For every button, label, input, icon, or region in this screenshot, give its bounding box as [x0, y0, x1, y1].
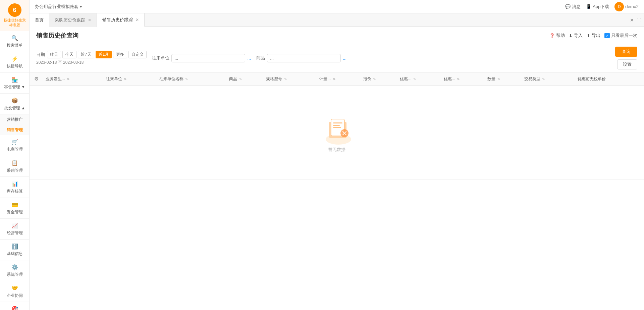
sidebar-item-search[interactable]: 🔍 搜索菜单 — [0, 31, 29, 52]
tab-sales-label: 销售历史价跟踪 — [102, 17, 133, 23]
empty-state: 暂无数据 — [30, 86, 644, 179]
shortcut-icon: ⚡ — [11, 55, 18, 63]
sidebar-item-wholesale[interactable]: 📦 批发管理 ▲ — [0, 94, 29, 114]
logo-text: 畅捷信好生意 标准版 — [4, 18, 26, 28]
svg-rect-5 — [333, 127, 341, 128]
app-download-button[interactable]: 📱 App下载 — [586, 4, 609, 10]
th-notax-price: 优惠前无税单价 — [575, 72, 644, 86]
date-label: 日期 — [36, 52, 45, 58]
sidebar-item-operation[interactable]: 📈 经营管理 — [0, 219, 29, 240]
cooperation-icon: 🤝 — [11, 285, 18, 292]
message-icon: 💬 — [565, 4, 571, 9]
th-spec: 规格型号 ⇅ — [263, 72, 317, 86]
main-content: 办公用品行业模拟账套 ▾ 💬 消息 📱 App下载 D demo2 首页 采购历… — [30, 0, 644, 310]
sort-icon: ⇅ — [124, 77, 126, 81]
query-button[interactable]: 查询 — [615, 47, 637, 57]
user-profile[interactable]: D demo2 — [614, 2, 639, 11]
account-dropdown[interactable]: 办公用品行业模拟账套 ▾ — [35, 4, 82, 10]
only-last-checkbox[interactable]: ✓ 只看最后一次 — [604, 33, 637, 39]
date-btn-more[interactable]: 更多 — [113, 51, 127, 58]
sidebar-item-label: 企业协同 — [7, 293, 23, 299]
help-icon: ❓ — [549, 33, 555, 38]
th-quantity-label: 数量 ⇅ — [487, 76, 500, 81]
sort-icon: ⇅ — [413, 77, 416, 81]
sort-icon: ⇅ — [457, 77, 460, 81]
empty-illustration — [322, 112, 352, 143]
th-notax-price-label: 优惠前无税单价 — [578, 76, 606, 81]
sidebar-logo[interactable]: 6 畅捷信好生意 标准版 — [0, 0, 29, 31]
date-btn-7days[interactable]: 近7天 — [78, 51, 94, 58]
tab-sales[interactable]: 销售历史价跟踪 ✕ — [97, 13, 145, 27]
partner-label: 往来单位 — [152, 55, 169, 61]
th-biz-date-label: 业务发生... ⇅ — [46, 76, 69, 81]
sidebar-item-cooperation[interactable]: 🤝 企业协同 — [0, 281, 29, 302]
partner-input[interactable] — [171, 54, 245, 62]
sidebar-item-finance[interactable]: 💳 资金管理 — [0, 198, 29, 219]
date-range-text: 2023-02-18 至 2023-03-18 — [36, 60, 147, 65]
th-quote: 报价 ⇅ — [361, 72, 397, 86]
topbar-right: 💬 消息 📱 App下载 D demo2 — [565, 2, 639, 11]
settings-button[interactable]: 设置 — [617, 59, 637, 69]
sales-label: 销售管理 — [7, 127, 23, 133]
th-biz-date: 业务发生... ⇅ — [43, 72, 103, 86]
partner-select-icon[interactable]: ... — [247, 56, 251, 61]
sidebar-item-label: 基础信息 — [7, 251, 23, 257]
goods-filter: 商品 ... — [256, 54, 346, 62]
sidebar-item-label: 电商管理 — [7, 147, 23, 152]
sidebar-nav: 🔍 搜索菜单 ⚡ 快捷导航 🏪 零售管理 ▼ 📦 批发管理 ▲ 营销推广 销售管… — [0, 31, 29, 310]
sidebar-item-label: 经营管理 — [7, 230, 23, 236]
page-title: 销售历史价查询 — [36, 32, 78, 40]
sidebar-item-inventory[interactable]: 📊 库存核算 — [0, 177, 29, 198]
goods-select-icon[interactable]: ... — [343, 56, 346, 61]
sort-icon: ⇅ — [284, 77, 287, 81]
sidebar-item-basic[interactable]: ℹ️ 基础信息 — [0, 240, 29, 260]
tabbar: 首页 采购历史价跟踪 ✕ 销售历史价跟踪 ✕ ✕ ⛶ — [30, 13, 644, 27]
th-quote-label: 报价 ⇅ — [363, 76, 376, 81]
tab-home[interactable]: 首页 — [30, 13, 49, 27]
sidebar-item-system[interactable]: ⚙️ 系统管理 — [0, 260, 29, 281]
tab-sales-close[interactable]: ✕ — [136, 17, 139, 22]
import-button[interactable]: ⬇ 导入 — [569, 33, 583, 39]
th-partner-name: 往来单位名称 ⇅ — [157, 72, 227, 86]
sidebar-item-marketing[interactable]: 营销推广 — [0, 114, 29, 125]
th-discount1: 优惠... ⇅ — [397, 72, 441, 86]
sort-icon: ⇅ — [239, 77, 242, 81]
th-trade-type: 交易类型 ⇅ — [522, 72, 575, 86]
tab-purchase-close[interactable]: ✕ — [88, 18, 91, 22]
date-btn-yesterday[interactable]: 昨天 — [47, 51, 61, 58]
date-btn-custom[interactable]: 自定义 — [128, 51, 147, 58]
sidebar-item-guide[interactable]: 🎯 新手引导 — [0, 302, 29, 310]
th-goods: 商品 ⇅ — [226, 72, 263, 86]
tab-close-window-icon[interactable]: ✕ — [630, 17, 634, 23]
goods-input[interactable] — [267, 54, 341, 62]
sort-icon: ⇅ — [497, 77, 500, 81]
sidebar-item-sales[interactable]: 销售管理 — [0, 125, 29, 135]
date-filter-group: 日期 昨天 今天 近7天 近1月 更多 自定义 2023-02-18 至 202… — [36, 51, 147, 65]
table-container: ⚙ 业务发生... ⇅ 往来单位 ⇅ 往来单位名称 ⇅ 商品 ⇅ — [30, 72, 644, 310]
th-spec-label: 规格型号 ⇅ — [266, 76, 286, 81]
topbar: 办公用品行业模拟账套 ▾ 💬 消息 📱 App下载 D demo2 — [30, 0, 644, 13]
account-name: 办公用品行业模拟账套 — [35, 4, 78, 10]
sidebar-item-label: 采购管理 — [7, 168, 23, 173]
date-btn-today[interactable]: 今天 — [62, 51, 76, 58]
basic-icon: ℹ️ — [11, 243, 18, 250]
help-button[interactable]: ❓ 帮助 — [549, 33, 565, 39]
th-partner-name-label: 往来单位名称 ⇅ — [159, 76, 188, 81]
topbar-left: 办公用品行业模拟账套 ▾ — [35, 4, 82, 10]
date-btn-1month[interactable]: 近1月 — [96, 51, 112, 58]
sidebar-item-ecommerce[interactable]: 🛒 电商管理 — [0, 135, 29, 156]
tab-controls: ✕ ⛶ — [627, 17, 644, 23]
search-icon: 🔍 — [11, 35, 18, 42]
messages-button[interactable]: 💬 消息 — [565, 4, 581, 10]
sidebar-item-retail[interactable]: 🏪 零售管理 ▼ — [0, 73, 29, 94]
import-icon: ⬇ — [569, 33, 573, 38]
th-discount2: 优惠... ⇅ — [441, 72, 485, 86]
tab-purchase[interactable]: 采购历史价跟踪 ✕ — [49, 13, 97, 27]
th-discount1-label: 优惠... ⇅ — [400, 76, 416, 81]
page-content: 销售历史价查询 ❓ 帮助 ⬇ 导入 ⬆ 导出 ✓ 只看最后一次 — [30, 27, 644, 310]
sidebar-item-purchase[interactable]: 📋 采购管理 — [0, 156, 29, 177]
column-settings-button[interactable]: ⚙ — [34, 76, 39, 82]
sidebar-item-shortcut[interactable]: ⚡ 快捷导航 — [0, 52, 29, 73]
tab-expand-icon[interactable]: ⛶ — [637, 17, 641, 23]
export-button[interactable]: ⬆ 导出 — [587, 33, 600, 39]
